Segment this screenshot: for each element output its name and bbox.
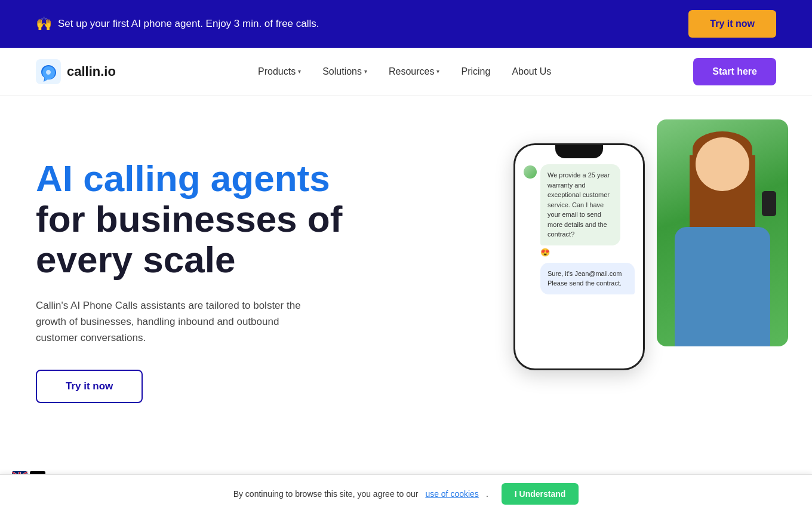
person-body: [675, 227, 770, 346]
chat-emoji: 😍: [540, 248, 635, 257]
banner-message: Set up your first AI phone agent. Enjoy …: [58, 18, 319, 30]
hero-title-dark: for businesses of every scale: [36, 198, 342, 280]
hero-section: AI calling agents for businesses of ever…: [0, 96, 812, 478]
cookie-banner: By continuing to browse this site, you a…: [0, 474, 812, 478]
nav-item-about[interactable]: About Us: [503, 62, 559, 82]
nav-link-products[interactable]: Products ▾: [250, 62, 309, 82]
nav-link-pricing[interactable]: Pricing: [453, 62, 499, 82]
nav-item-solutions[interactable]: Solutions ▾: [314, 62, 376, 82]
nav-item-pricing[interactable]: Pricing: [453, 62, 499, 82]
nav-links: Products ▾ Solutions ▾ Resources ▾ Prici…: [250, 62, 559, 82]
hero-images: We provide a 25 year warranty and except…: [513, 119, 788, 370]
hero-subtitle: Callin's AI Phone Calls assistants are t…: [36, 297, 322, 346]
chat-avatar: [524, 165, 537, 179]
hero-title: AI calling agents for businesses of ever…: [36, 158, 346, 281]
nav-link-resources[interactable]: Resources ▾: [380, 62, 448, 82]
chevron-down-icon: ▾: [436, 68, 439, 75]
phone-mockup: We provide a 25 year warranty and except…: [513, 143, 645, 370]
chat-bubble-right: Sure, it's Jean@mail.com Please send the…: [540, 263, 635, 294]
top-banner: 🙌 Set up your first AI phone agent. Enjo…: [0, 0, 812, 48]
nav-item-resources[interactable]: Resources ▾: [380, 62, 448, 82]
hero-title-blue: AI calling agents: [36, 158, 330, 199]
logo-label: callin.io: [67, 64, 116, 79]
person-head: [696, 137, 749, 191]
hero-content: AI calling agents for businesses of ever…: [36, 158, 346, 403]
logo[interactable]: callin.io: [36, 59, 116, 84]
person-phone-prop: [762, 191, 776, 216]
navbar: callin.io Products ▾ Solutions ▾ Resourc…: [0, 48, 812, 96]
start-here-button[interactable]: Start here: [693, 58, 776, 85]
banner-text: 🙌 Set up your first AI phone agent. Enjo…: [36, 16, 319, 32]
hero-try-button[interactable]: Try it now: [36, 370, 143, 403]
chevron-down-icon: ▾: [298, 68, 301, 75]
phone-screen: We provide a 25 year warranty and except…: [515, 158, 643, 300]
banner-emoji: 🙌: [36, 16, 52, 32]
nav-item-products[interactable]: Products ▾: [250, 62, 309, 82]
chat-row-1: We provide a 25 year warranty and except…: [524, 164, 635, 257]
banner-cta-button[interactable]: Try it now: [688, 10, 776, 38]
chat-bubble-left: We provide a 25 year warranty and except…: [540, 164, 620, 245]
nav-link-about[interactable]: About Us: [503, 62, 559, 82]
chevron-down-icon: ▾: [364, 68, 367, 75]
phone-notch: [555, 145, 603, 158]
person-image: [657, 119, 788, 346]
logo-icon: [36, 59, 61, 84]
nav-link-solutions[interactable]: Solutions ▾: [314, 62, 376, 82]
